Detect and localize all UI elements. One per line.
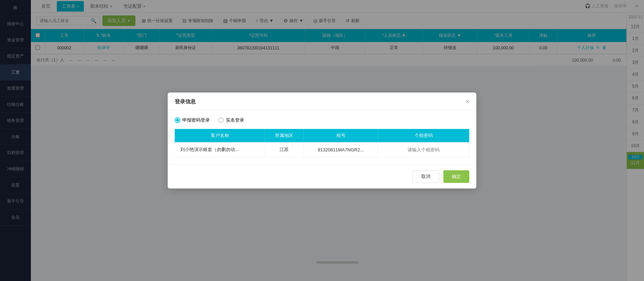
cancel-button[interactable]: 取消 [412,170,439,183]
cell-client-name: 刘小艳演示账套（勿删勿动... [175,142,265,157]
dialog-close-button[interactable]: × [465,98,469,105]
dialog-table-header-row: 客户名称 所属地区 税号 个税密码 [175,129,469,142]
dialog-table-row: 刘小艳演示账套（勿删勿动... 江苏 91320811MA7NGR2... [175,142,469,157]
password-login-label: 申报密码登录 [182,117,210,123]
cell-tax-password[interactable] [378,142,469,157]
password-login-radio-circle [175,117,180,123]
cell-region: 江苏 [265,142,304,157]
dialog-overlay: 登录信息 × 申报密码登录 实名登录 客户名称 [0,0,644,281]
realname-login-label: 实名登录 [226,117,244,123]
tax-password-input[interactable] [384,147,463,152]
cell-tax-id: 91320811MA7NGR2... [303,142,378,157]
col-region: 所属地区 [265,129,304,142]
dialog-header: 登录信息 × [168,92,476,110]
dialog-title: 登录信息 [175,98,196,105]
realname-login-radio[interactable]: 实名登录 [218,117,244,123]
col-tax-password: 个税密码 [378,129,469,142]
login-method-group: 申报密码登录 实名登录 [175,117,469,123]
realname-login-radio-circle [218,117,224,123]
login-dialog: 登录信息 × 申报密码登录 实名登录 客户名称 [168,92,476,189]
dialog-footer: 取消 确定 [168,164,476,189]
col-client-name: 客户名称 [175,129,265,142]
col-tax-id: 税号 [303,129,378,142]
password-login-radio[interactable]: 申报密码登录 [175,117,210,123]
login-info-table: 客户名称 所属地区 税号 个税密码 [175,129,469,157]
confirm-button[interactable]: 确定 [443,170,469,183]
dialog-body: 申报密码登录 实名登录 客户名称 所属地区 [168,110,476,164]
